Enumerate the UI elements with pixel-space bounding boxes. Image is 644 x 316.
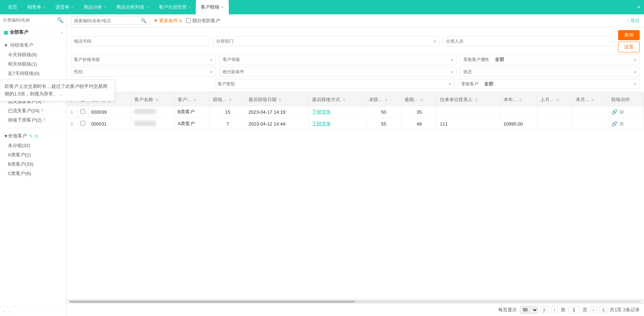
close-sales-order-icon[interactable]: × — [43, 5, 45, 9]
row-1-last-method[interactable]: 下销货单 — [309, 106, 366, 118]
sidebar-item-7days[interactable]: 近7天待联络(0) — [0, 69, 66, 78]
nav-product-analysis[interactable]: 商品分析 × — [79, 0, 111, 14]
sort-icon-last-month: ⇅ — [556, 98, 559, 102]
pending-section-header[interactable]: ▼ 待联络客户 — [0, 40, 66, 50]
col-contact-person[interactable]: 往来单位联系人 ⇅ — [437, 94, 500, 106]
prev-page-button[interactable]: ‹ — [551, 306, 558, 313]
row-2-grid-icon[interactable]: ⊞ — [620, 121, 624, 127]
sidebar-item-tomorrow[interactable]: 明天待联络(1) — [0, 60, 66, 69]
sidebar-item-class-c[interactable]: C类客户(6) — [0, 169, 66, 178]
row-2-actions: 🔗 ⊞ — [608, 118, 644, 130]
first-page-button[interactable]: |‹ — [541, 306, 548, 313]
row-1-grid-icon[interactable]: ⊞ — [620, 109, 624, 115]
close-customer-contact-icon[interactable]: × — [221, 5, 223, 9]
row-2-link-icon[interactable]: 🔗 — [611, 121, 617, 127]
retail-attr-field[interactable]: 零散客户属性 全部 ∨ — [460, 55, 640, 65]
row-1-checkbox-cell — [77, 106, 88, 118]
col-last-contact-method[interactable]: 最后联络方式 ⇅ — [309, 94, 366, 106]
sidebar-item-class-b[interactable]: B类客户(33) — [0, 160, 66, 169]
phone-field[interactable]: 电话号码 — [71, 36, 209, 46]
close-purchase-order-icon[interactable]: × — [71, 5, 73, 9]
sort-icon-year: ⇅ — [519, 98, 522, 102]
sidebar-item-declining[interactable]: 持续下滑客户(2) ? — [0, 115, 66, 125]
next-page-button[interactable]: › — [590, 306, 597, 313]
sidebar-right-arrow[interactable]: › — [7, 308, 13, 315]
scroll-thumb[interactable] — [69, 301, 355, 303]
sidebar-nav-arrows: ‹ › — [0, 306, 66, 316]
per-page-select[interactable]: 50 20 100 200 — [520, 306, 538, 314]
declining-info-icon: ? — [43, 118, 46, 123]
sidebar-item-class-a[interactable]: A类客户(1) — [0, 150, 66, 160]
payment-field[interactable]: 收付款条件 ∨ — [219, 67, 457, 77]
row-1-checkbox[interactable] — [80, 109, 85, 114]
collapse-icon[interactable]: › — [61, 30, 62, 34]
nav-home[interactable]: 首页 — [3, 0, 22, 14]
row-1-overdue: 35 — [402, 106, 437, 118]
sidebar-search-input[interactable] — [3, 18, 57, 23]
triangle-down-icon: ▼ — [4, 43, 8, 48]
col-this-year[interactable]: 本年... ⇅ — [500, 94, 537, 106]
sidebar-item-ungrouped[interactable]: 未分组(32) — [0, 141, 66, 150]
last-page-button[interactable]: ›| — [599, 306, 607, 313]
sidebar-item-churned[interactable]: 已流失客户(24) ? — [0, 106, 66, 115]
edit-icon[interactable]: ✎ — [29, 133, 33, 139]
row-2-contact-count: 7 — [210, 118, 246, 130]
col-this-month[interactable]: 本月... ⇅ — [573, 94, 608, 106]
more-conditions-button[interactable]: ▼ 更多条件 ∧ — [153, 18, 182, 24]
col-customer-name[interactable]: 客户名称 ⇅ — [131, 94, 175, 106]
gender-field[interactable]: 性别 ∨ — [71, 67, 216, 77]
all-customers-header[interactable]: ▦ 全部客户 › — [0, 26, 66, 39]
col-unlisted[interactable]: 未联... ⇅ — [366, 94, 402, 106]
value-section-header[interactable]: ▼ 价值客户 ✎ ⊙ — [0, 131, 66, 141]
nav-product-analysis-list[interactable]: 商品分析列表 × — [111, 0, 153, 14]
sidebar-left-arrow[interactable]: ‹ — [1, 308, 7, 315]
sidebar-search-icon[interactable]: 🔍 — [57, 17, 63, 23]
customer-level-field[interactable]: 客户等级 ∨ — [219, 55, 457, 65]
customer-type-field[interactable]: 客户类型 ∨ — [214, 79, 454, 89]
close-customer-tier-icon[interactable]: × — [189, 5, 191, 9]
filter-search-icon[interactable]: 🔍 — [141, 18, 147, 23]
row-2-checkbox[interactable] — [80, 121, 85, 126]
close-all-tabs-button[interactable]: × — [637, 4, 640, 10]
col-customer-type[interactable]: 客户... ⇅ — [175, 94, 210, 106]
table-header-row: ⚙ 客户编码 ⇅ 客户名称 ⇅ — [66, 94, 644, 106]
col-last-month[interactable]: 上月... ⇅ — [537, 94, 573, 106]
close-product-analysis-list-icon[interactable]: × — [146, 5, 148, 9]
col-last-contact-date[interactable]: 最后联络日期 ⇅ — [245, 94, 309, 106]
payment-arrow: ∨ — [450, 70, 453, 74]
price-level-arrow: ∨ — [210, 57, 213, 62]
status-field[interactable]: 状态 ∨ — [460, 67, 640, 77]
filter-conditions-panel: 电话号码 分管部门 ∨ 分管人员 ··· 查询 设置 — [66, 27, 644, 92]
per-page-label: 每页显示 — [498, 307, 517, 313]
sub-person-field[interactable]: 分管人员 ··· — [443, 36, 615, 46]
col-overdue[interactable]: 逾期... ⇅ — [402, 94, 437, 106]
horizontal-scrollbar[interactable] — [66, 299, 644, 303]
my-customers-checkbox-area[interactable]: 我分管的客户 — [186, 18, 220, 24]
sidebar-item-today[interactable]: 今天待联络(0) — [0, 50, 66, 60]
my-customers-checkbox[interactable] — [186, 18, 191, 23]
row-1-last-month — [537, 106, 573, 118]
nav-sales-order[interactable]: 销售单 × — [22, 0, 50, 14]
sort-icon-date: ⇅ — [279, 98, 282, 102]
row-2-name — [131, 118, 175, 130]
close-product-analysis-icon[interactable]: × — [104, 5, 106, 9]
nav-customer-tier[interactable]: 客户分层经营 × — [154, 0, 196, 14]
settings-icon-small[interactable]: ⊙ — [34, 133, 38, 139]
sub-dept-field[interactable]: 分管部门 ∨ — [213, 36, 440, 46]
page-number-input[interactable] — [568, 306, 580, 313]
nav-customer-contact[interactable]: 客户联络 × — [196, 0, 228, 14]
row-1-link-icon[interactable]: 🔗 — [611, 109, 617, 115]
col-contact-count[interactable]: 联络... ⇅ — [210, 94, 246, 106]
export-button[interactable]: ↑ 导出 — [627, 18, 640, 24]
settings-button[interactable]: 设置 — [618, 42, 640, 52]
query-button[interactable]: 查询 — [618, 30, 640, 40]
gender-arrow: ∨ — [210, 70, 213, 74]
scroll-track[interactable] — [69, 301, 641, 303]
filter-search-input[interactable] — [74, 18, 141, 23]
export-icon: ↑ — [627, 18, 630, 23]
nav-purchase-order[interactable]: 进货单 × — [50, 0, 78, 14]
retail-customer-field[interactable]: 零散客户 全部 ∨ — [458, 79, 640, 89]
chevron-up-icon: ∧ — [179, 18, 182, 23]
price-level-field[interactable]: 客户价格等级 ∨ — [71, 55, 216, 65]
row-2-last-method[interactable]: 下销货单 — [309, 118, 366, 130]
